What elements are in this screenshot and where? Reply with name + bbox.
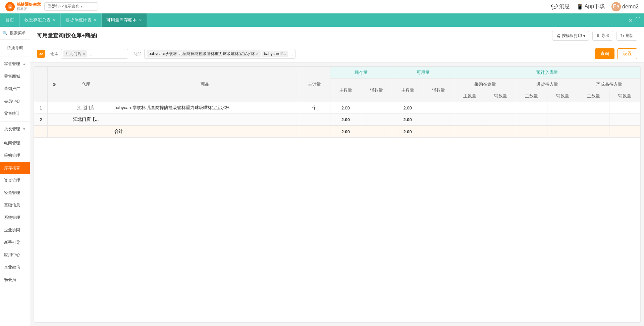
footer-empty-1 bbox=[34, 126, 48, 138]
product-filter-more[interactable]: ... bbox=[289, 51, 293, 56]
th-product-group: 产成品待入量 bbox=[578, 79, 640, 90]
footer-empty-2 bbox=[48, 126, 61, 138]
sidebar-item-retail-mall[interactable]: 零售商城 bbox=[0, 70, 30, 83]
tenant-select[interactable]: 母婴行业演示账套 ▾ bbox=[44, 2, 98, 11]
sidebar-item-member-pro[interactable]: 畅会员 bbox=[0, 274, 30, 286]
cell-product-sub-2 bbox=[609, 114, 640, 126]
product-tag-babycare-label: babycare学饮杯 儿童防摔防撞吸管杯重力球吸嘴杯宝宝水杯 bbox=[149, 51, 255, 57]
user-profile[interactable]: Ea demo2 bbox=[611, 2, 639, 11]
cell-current-main-2: 2.00 bbox=[330, 114, 361, 126]
top-bar-left: ☁ 畅捷通好生意 标准版 母婴行业演示账套 ▾ bbox=[5, 2, 98, 11]
cell-unit-1: 个 bbox=[299, 102, 330, 114]
th-available-main: 主数量 bbox=[392, 79, 423, 102]
page-title: 可用量查询(按仓库+商品) bbox=[37, 32, 97, 39]
username-label: demo2 bbox=[622, 4, 639, 10]
tab-home-label: 首页 bbox=[5, 17, 14, 23]
sidebar-quick-nav-item[interactable]: 快捷导航 bbox=[1, 42, 29, 53]
th-purchase-sub: 辅数量 bbox=[485, 90, 516, 102]
tab-home[interactable]: 首页 bbox=[0, 13, 20, 27]
settings-button[interactable]: 设置 bbox=[617, 48, 637, 59]
sidebar-item-finance[interactable]: 资金管理 bbox=[0, 174, 30, 187]
th-product-main: 主数量 bbox=[578, 90, 609, 102]
cell-purchase-main-1 bbox=[454, 102, 485, 114]
sidebar-item-member-pro-label: 畅会员 bbox=[4, 277, 16, 283]
query-button[interactable]: 查询 bbox=[595, 48, 614, 59]
sidebar-search[interactable]: 🔍 搜索菜单 bbox=[0, 27, 30, 40]
sidebar-item-guide[interactable]: 新手引导 bbox=[0, 236, 30, 249]
warehouse-filter-tags[interactable]: 江北门店 ✕ ... bbox=[61, 49, 128, 59]
product-filter-tags[interactable]: babycare学饮杯 儿童防摔防撞吸管杯重力球吸嘴杯宝宝水杯 ✕ babyca… bbox=[144, 49, 296, 59]
th-product: 商品 bbox=[111, 67, 299, 102]
sidebar-item-purchase[interactable]: 采购管理 bbox=[0, 149, 30, 162]
cell-purchase-sub-2 bbox=[485, 114, 516, 126]
tenant-name: 母婴行业演示账套 bbox=[47, 4, 79, 9]
sidebar-item-purchase-label: 采购管理 bbox=[4, 153, 20, 158]
footer-available-sub bbox=[423, 126, 454, 138]
sidebar-item-wholesale[interactable]: 批发管理 ▼ bbox=[0, 123, 30, 135]
th-purchase-main: 主数量 bbox=[454, 90, 485, 102]
table-row: 2 江北门店【... 2.00 2.00 bbox=[34, 114, 640, 126]
sidebar-item-ecommerce-label: 电商管理 bbox=[4, 140, 20, 146]
cell-settings-1 bbox=[48, 102, 61, 114]
quick-nav-label: 快捷导航 bbox=[7, 45, 23, 51]
th-product-sub: 辅数量 bbox=[609, 90, 640, 102]
cell-no-2: 2 bbox=[34, 114, 48, 126]
tab-inventory-summary-close[interactable]: ✕ bbox=[53, 18, 56, 22]
tab-order-stats[interactable]: 要货单统计表 ✕ bbox=[61, 13, 102, 27]
message-action[interactable]: 💬 消息 bbox=[551, 3, 570, 10]
sidebar-item-basic[interactable]: 基础信息 bbox=[0, 199, 30, 212]
th-settings[interactable]: ⚙ bbox=[48, 67, 61, 102]
sidebar-item-apps[interactable]: 应用中心 bbox=[0, 249, 30, 261]
warehouse-filter-label: 仓库 bbox=[50, 51, 58, 57]
product-tag-babycare2-label: babycare?... bbox=[264, 51, 286, 56]
sidebar-item-operations[interactable]: 经营管理 bbox=[0, 187, 30, 199]
close-all-tabs-icon[interactable]: ✕ bbox=[628, 17, 633, 24]
footer-available-main: 2.00 bbox=[392, 126, 423, 138]
app-download-label: App下载 bbox=[585, 3, 605, 10]
sidebar-item-retail-label: 零售管理 bbox=[4, 61, 20, 67]
warehouse-filter-more[interactable]: ... bbox=[89, 51, 92, 56]
sidebar-item-ecommerce[interactable]: 电商管理 bbox=[0, 137, 30, 149]
warehouse-tag-jiangbei-remove[interactable]: ✕ bbox=[83, 52, 85, 56]
th-incoming-group: 进货待入量 bbox=[516, 79, 578, 90]
message-icon: 💬 bbox=[551, 3, 558, 10]
sidebar-item-system[interactable]: 系统管理 bbox=[0, 212, 30, 224]
cell-warehouse-2: 江北门店【... bbox=[61, 114, 111, 126]
cell-incoming-sub-2 bbox=[547, 114, 578, 126]
tab-order-stats-close[interactable]: ✕ bbox=[94, 18, 97, 22]
product-tag-babycare-remove[interactable]: ✕ bbox=[256, 52, 259, 56]
template-print-button[interactable]: 🖨 按模板打印 ▾ bbox=[552, 31, 589, 41]
cell-available-sub-2 bbox=[423, 114, 454, 126]
export-button[interactable]: ⬇ 导出 bbox=[592, 31, 613, 41]
cell-product-main-2 bbox=[578, 114, 609, 126]
sidebar-item-collab[interactable]: 企业协同 bbox=[0, 224, 30, 236]
sidebar-item-apps-label: 应用中心 bbox=[4, 252, 20, 258]
app-download-action[interactable]: 📱 App下载 bbox=[577, 3, 605, 10]
sidebar: 🔍 搜索菜单 快捷导航 零售管理 ▲ 零售商城 营销推广 会员中心 零售统计 bbox=[0, 27, 30, 326]
sidebar-item-inventory[interactable]: 库存核算 bbox=[0, 162, 30, 174]
table-footer-row: 合计 2.00 2.00 bbox=[34, 126, 640, 138]
brand-sub: 标准版 bbox=[17, 7, 41, 11]
app-download-icon: 📱 bbox=[577, 3, 583, 10]
refresh-button[interactable]: ↻ 刷新 bbox=[616, 31, 637, 41]
expand-icon[interactable]: ⛶ bbox=[635, 17, 641, 23]
cell-purchase-main-2 bbox=[454, 114, 485, 126]
sidebar-item-member[interactable]: 会员中心 bbox=[0, 95, 30, 107]
sidebar-item-retail[interactable]: 零售管理 ▲ bbox=[0, 58, 30, 70]
sidebar-item-wechat[interactable]: 企业微信 bbox=[0, 261, 30, 274]
tab-bar: 首页 收发存汇总表 ✕ 要货单统计表 ✕ 可用量库存账本 ✕ ✕ ⛶ bbox=[0, 13, 644, 27]
tab-inventory-summary[interactable]: 收发存汇总表 ✕ bbox=[20, 13, 61, 27]
warehouse-tag-jiangbei-label: 江北门店 bbox=[65, 51, 82, 57]
brand-icon: ☁ bbox=[5, 2, 15, 11]
cell-purchase-sub-1 bbox=[485, 102, 516, 114]
tab-available-stock[interactable]: 可用量库存账本 ✕ bbox=[102, 13, 147, 27]
chevron-down-icon: ▾ bbox=[583, 34, 585, 38]
sidebar-item-retail-stats[interactable]: 零售统计 bbox=[0, 107, 30, 120]
filter-toggle-button[interactable]: ≫ bbox=[37, 50, 45, 58]
refresh-label: 刷新 bbox=[626, 33, 634, 39]
tab-available-stock-close[interactable]: ✕ bbox=[139, 18, 142, 22]
page-header: 可用量查询(按仓库+商品) 🖨 按模板打印 ▾ ⬇ 导出 ↻ 刷新 bbox=[30, 27, 644, 45]
footer-current-main: 2.00 bbox=[330, 126, 361, 138]
sidebar-item-marketing[interactable]: 营销推广 bbox=[0, 83, 30, 95]
sidebar-item-wechat-label: 企业微信 bbox=[4, 265, 20, 270]
